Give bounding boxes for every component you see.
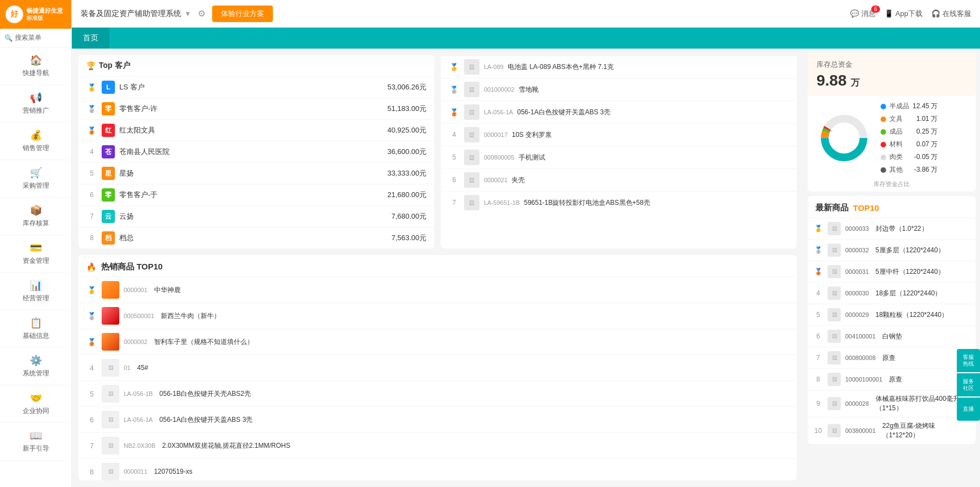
product-thumbnail: 🖼 — [102, 437, 119, 454]
new-customer-product-row-2[interactable]: 🥉 🖼 LA-056-1A 056-1A白色按键开关盖ABS 3壳 — [441, 100, 797, 123]
customer-row-6[interactable]: 7 云 云扬 7,680.00元 — [78, 205, 434, 227]
hot-product-row-2[interactable]: 🥉 0000002 智利车子里（规格不知道填什么） — [78, 329, 797, 354]
customer-name: 档总 — [119, 233, 387, 243]
nc-product-code: LA-056-1A — [484, 109, 513, 115]
rank-num: 7 — [86, 442, 97, 450]
customer-avatar: 云 — [102, 210, 115, 223]
new-customer-product-row-3[interactable]: 4 🖼 0000017 10S 变利罗浆 — [441, 123, 797, 146]
tab-home[interactable]: 首页 — [72, 28, 109, 49]
newest-product-row-0[interactable]: 🥇 🖼 0000033 封边带（1.0*22） — [808, 218, 976, 239]
mobile-icon: 📱 — [884, 9, 893, 18]
product-thumbnail — [102, 333, 119, 351]
trial-btn[interactable]: 体验行业方案 — [212, 6, 273, 22]
basic-info-label: 基础信息 — [23, 331, 49, 341]
new-customer-product-row-0[interactable]: 🥇 🖼 LA-089 电池盖 LA-089 ABS本色+黑种 7.1克 — [441, 55, 797, 78]
app-download-label: App下载 — [895, 9, 923, 19]
legend-value: 1.01 万 — [916, 114, 938, 124]
app-download-btn[interactable]: 📱 App下载 — [884, 9, 923, 19]
product-img: 🖼 — [464, 150, 480, 165]
newest-product-row-4[interactable]: 5 🖼 0000029 18颗粒板（1220*2440） — [808, 304, 976, 325]
np-img: 🖼 — [828, 308, 841, 321]
topbar: 装备及固定资产辅助管理系统 ▼ ⚙ 体验行业方案 💬 消息 6 📱 App下载 … — [72, 0, 980, 28]
search-menu[interactable]: 🔍 搜索菜单 — [0, 29, 71, 47]
inventory-title: 库存总资金 — [816, 60, 967, 70]
np-code: 0000033 — [845, 225, 869, 232]
sidebar-item-quick-nav[interactable]: 🏠快捷导航 — [0, 47, 71, 85]
float-btn-0[interactable]: 客服 热线 — [957, 349, 980, 372]
sidebar-item-operations[interactable]: 📊经营管理 — [0, 273, 71, 310]
donut-chart — [816, 110, 872, 166]
enterprise-icon: 🤝 — [30, 392, 42, 404]
np-img: 🖼 — [828, 351, 841, 364]
sidebar-item-purchase[interactable]: 🛒采购管理 — [0, 160, 71, 198]
customer-row-5[interactable]: 6 零 零售客户-于 21,680.00元 — [78, 184, 434, 205]
rank-num: 6 — [86, 416, 97, 424]
newest-product-row-3[interactable]: 4 🖼 0000030 18多层（1220*2440） — [808, 282, 976, 304]
hot-product-row-6[interactable]: 7 🖼 NB2.0X30B 2.0X30MM双搓花轴,搓花直径2.1MM/ROH… — [78, 432, 797, 458]
sidebar-item-enterprise[interactable]: 🤝企业协同 — [0, 385, 71, 423]
sidebar-item-sales[interactable]: 💰销售管理 — [0, 123, 71, 160]
main-scroll: 🏆 Top 客户 🥇 L LS 客户 53,006.26元 🥈 零 零售客户-许… — [72, 49, 803, 487]
main-area: 装备及固定资产辅助管理系统 ▼ ⚙ 体验行业方案 💬 消息 6 📱 App下载 … — [72, 0, 980, 487]
sidebar-item-system[interactable]: ⚙️系统管理 — [0, 348, 71, 385]
newest-product-row-5[interactable]: 6 🖼 004100001 白钢垫 — [808, 325, 976, 347]
float-btn-2[interactable]: 直播 — [957, 398, 980, 421]
nc-product-code: LA-59651-1B — [484, 199, 520, 206]
inventory-caption: 库存资金占比 — [808, 180, 976, 192]
newest-product-row-7[interactable]: 8 🖼 10000100001 原查 — [808, 368, 976, 390]
sidebar-item-basic-info[interactable]: 📋基础信息 — [0, 310, 71, 348]
hot-product-row-4[interactable]: 5 🖼 LA-056-1B 056-1B白色按键开关壳ABS2壳 — [78, 380, 797, 406]
product-thumbnail: 🖼 — [102, 359, 119, 377]
hp-name: 智利车子里（规格不知道填什么） — [154, 337, 254, 347]
hot-product-row-3[interactable]: 4 🖼 01 45# — [78, 354, 797, 380]
hot-product-row-5[interactable]: 6 🖼 LA-056-1A 056-1A白色按键开关盖ABS 3壳 — [78, 406, 797, 432]
hot-products-list: 🥇 0000001 中华神鹿 🥈 000500001 新西兰牛肉（新牛） 🥉 0… — [78, 277, 797, 480]
legend-value: 0.25 万 — [916, 127, 938, 136]
sidebar-item-guide[interactable]: 📖新手引导 — [0, 423, 71, 460]
medal-icon: 🥈 — [86, 105, 97, 113]
newest-product-row-6[interactable]: 7 🖼 000800008 原查 — [808, 347, 976, 368]
messages-btn[interactable]: 💬 消息 6 — [850, 9, 876, 19]
gear-icon[interactable]: ⚙ — [198, 8, 206, 19]
customer-row-7[interactable]: 8 档 档总 7,563.00元 — [78, 227, 434, 248]
hot-product-row-0[interactable]: 🥇 0000001 中华神鹿 — [78, 277, 797, 303]
nc-product-name: 056-1A白色按键开关盖ABS 3壳 — [517, 108, 610, 116]
quick-nav-icon: 🏠 — [30, 54, 42, 66]
new-customer-product-row-6[interactable]: 7 🖼 LA-59651-1B 59651-1B旋转投影灯电池盒ABS黑色+58… — [441, 191, 797, 214]
newest-product-row-8[interactable]: 9 🖼 0000028 体械嘉枝味苏打饮品400毫升（1*15） — [808, 390, 976, 417]
hot-product-row-1[interactable]: 🥈 000500001 新西兰牛肉（新牛） — [78, 303, 797, 329]
rank-num: 6 — [449, 176, 460, 184]
rank-num: 9 — [813, 400, 823, 407]
np-img: 🖼 — [828, 397, 841, 410]
customer-avatar: 苍 — [102, 145, 115, 158]
customer-name: 零售客户-许 — [119, 104, 383, 114]
float-btn-1[interactable]: 服务 社区 — [957, 373, 980, 396]
new-customer-product-row-1[interactable]: 🥈 🖼 001000002 雪地靴 — [441, 78, 797, 100]
customer-row-2[interactable]: 🥉 红 红太阳文具 40,925.00元 — [78, 119, 434, 141]
legend-item-2: 成品 0.25 万 — [881, 127, 937, 136]
customer-row-1[interactable]: 🥈 零 零售客户-许 51,183.00元 — [78, 98, 434, 119]
hot-product-row-7[interactable]: 8 🖼 0000011 12070519-xs — [78, 458, 797, 480]
messages-badge: 6 — [871, 6, 880, 13]
guide-label: 新手引导 — [23, 444, 49, 453]
headset-icon: 🎧 — [931, 9, 940, 18]
customer-row-3[interactable]: 4 苍 苍南县人民医院 36,600.00元 — [78, 141, 434, 162]
sidebar-item-finance[interactable]: 💳资金管理 — [0, 235, 71, 273]
newest-product-row-2[interactable]: 🥉 🖼 0000031 5厘中纤（1220*2440） — [808, 261, 976, 282]
customer-row-0[interactable]: 🥇 L LS 客户 53,006.26元 — [78, 76, 434, 98]
rank-medal-icon: 🥇 — [813, 225, 823, 232]
customer-row-4[interactable]: 5 星 星扬 33,333.00元 — [78, 162, 434, 184]
new-customer-product-row-5[interactable]: 6 🖼 0000021 夹壳 — [441, 168, 797, 191]
newest-product-row-1[interactable]: 🥈 🖼 0000032 5厘多层（1220*2440） — [808, 239, 976, 261]
sidebar-item-inventory[interactable]: 📦库存核算 — [0, 198, 71, 235]
legend-label: 材料 — [889, 140, 913, 149]
sidebar-item-marketing[interactable]: 📢营销推广 — [0, 85, 71, 123]
customer-service-btn[interactable]: 🎧 在线客服 — [931, 9, 971, 19]
np-code: 000800008 — [845, 354, 876, 361]
new-customer-product-row-4[interactable]: 5 🖼 000800005 手机测试 — [441, 146, 797, 168]
customer-amount: 40,925.00元 — [387, 125, 426, 135]
operations-icon: 📊 — [30, 279, 42, 292]
inventory-number: 9.88 — [816, 72, 847, 89]
dropdown-arrow-icon[interactable]: ▼ — [185, 10, 191, 18]
newest-product-row-9[interactable]: 10 🖼 003800001 22g鱼豆腐-烧烤味（1*12*20） — [808, 417, 976, 444]
